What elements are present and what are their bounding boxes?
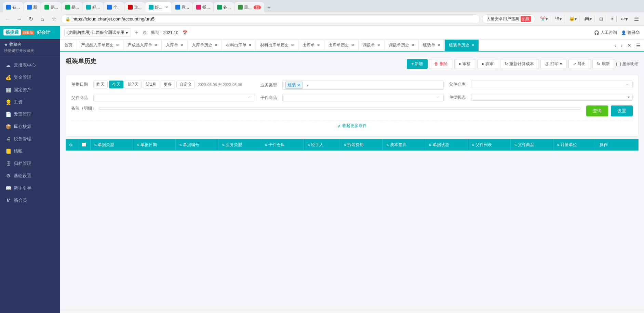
browser-tab-9[interactable]: 腾... [172, 2, 192, 12]
page-tab-inbound-history-close[interactable]: ✕ [214, 43, 217, 47]
page-tab-assembly-close[interactable]: ✕ [437, 43, 440, 47]
tab-left-btn[interactable]: ‹ [613, 41, 618, 49]
select-all-checkbox[interactable] [82, 142, 86, 147]
parent-goods-dots[interactable]: ··· [248, 95, 252, 100]
page-tab-inbound[interactable]: 入库单 ✕ [162, 40, 188, 51]
business-type-dropdown[interactable]: ▾ [304, 82, 311, 89]
page-tab-material-out-history-close[interactable]: ✕ [291, 43, 294, 47]
today-btn[interactable]: 今天 [109, 81, 123, 88]
page-tab-transfer-history[interactable]: 调拨单历史 ✕ [385, 40, 419, 51]
support-button[interactable]: 🎧 人工咨询 [594, 30, 617, 35]
undo-btn[interactable]: ↩▾ [619, 14, 629, 24]
page-tab-home[interactable]: 首页 [60, 40, 77, 51]
page-tab-assembly-history-close[interactable]: ✕ [471, 43, 474, 47]
table-settings-th[interactable]: ⚙ [66, 139, 78, 151]
address-bar[interactable]: 🔒 https://cloud.chanjet.com/accounting/u… [61, 14, 480, 24]
sidebar-item-settings[interactable]: ⚙ 基础设置 [0, 170, 60, 182]
game-btn[interactable]: 🎮▾ [582, 16, 594, 22]
page-tab-outbound-history[interactable]: 出库单历史 ✕ [324, 40, 359, 51]
page-tab-transfer-close[interactable]: ✕ [377, 43, 380, 47]
emoji-btn[interactable]: 🐱▾ [567, 16, 579, 22]
1month-btn[interactable]: 近1月 [143, 81, 160, 88]
more-btn[interactable]: 更多 [161, 81, 175, 88]
child-goods-input[interactable]: ··· [282, 94, 444, 101]
display-detail-checkbox[interactable]: 显示明细 [616, 61, 639, 67]
page-tab-inbound-close[interactable]: ✕ [180, 43, 183, 47]
child-goods-dots[interactable]: ··· [437, 95, 441, 100]
page-tab-assembly-history[interactable]: 组装单历史 ✕ [445, 40, 479, 51]
add-company-btn[interactable]: + [135, 30, 138, 36]
business-type-tag-remove[interactable]: ✕ [297, 83, 300, 88]
parent-warehouse-dots[interactable]: ··· [626, 82, 630, 87]
th-business-type[interactable]: ⇅ 业务类型 [218, 139, 261, 151]
translate-btn[interactable]: 译▾ [553, 15, 564, 23]
th-bill-type[interactable]: ⇅ 单据类型 [90, 139, 133, 151]
browser-tab-8[interactable]: 好... ✕ [145, 2, 172, 12]
query-button[interactable]: 查询 [586, 105, 608, 116]
sidebar-item-assets[interactable]: 🏢 固定资产 [0, 84, 60, 96]
table-checkbox-th[interactable] [78, 139, 90, 151]
settings-btn-topbar[interactable]: ⚙ [143, 30, 147, 35]
sidebar-item-archive[interactable]: 🗄 归档管理 [0, 157, 60, 170]
new-button[interactable]: + 新增 [407, 59, 427, 69]
export-button[interactable]: ↗ 导出 [568, 59, 590, 69]
browser-tab-11[interactable]: 各... [214, 2, 234, 12]
tab-close-btn[interactable]: ✕ [625, 41, 633, 49]
sidebar-item-invoice[interactable]: 📄 发票管理 [0, 108, 60, 120]
browser-tab-6[interactable]: 个... [104, 2, 124, 12]
page-tab-transfer[interactable]: 调拨单 ✕ [359, 40, 385, 51]
th-parent-list[interactable]: ⇅ 父件列表 [468, 139, 511, 151]
abandon-button[interactable]: ● 弃审 [477, 59, 498, 69]
page-tab-assembly[interactable]: 组装单 ✕ [419, 40, 445, 51]
menu-btn[interactable]: ☰ [632, 14, 641, 24]
sidebar-item-inventory[interactable]: 📦 库存核算 [0, 120, 60, 133]
th-handler[interactable]: ⇅ 经手人 [304, 139, 340, 151]
home-button[interactable]: ⌂ [38, 14, 47, 24]
page-tab-material-out-history[interactable]: 材料出库单历史 ✕ [256, 40, 298, 51]
page-tab-inbound-history[interactable]: 入库单历史 ✕ [188, 40, 222, 51]
scissors-btn[interactable]: ✂️▾ [538, 16, 550, 22]
business-type-input[interactable]: 组装 ✕ ▾ [282, 81, 444, 90]
page-tab-finished-history-close[interactable]: ✕ [116, 43, 119, 47]
parent-warehouse-input[interactable]: ··· [471, 81, 633, 88]
page-tab-finished[interactable]: 产成品入库单 ✕ [123, 40, 162, 51]
setting-button[interactable]: 设置 [611, 105, 633, 116]
parent-goods-input[interactable]: ··· [93, 94, 255, 101]
reload-button[interactable]: ↻ [26, 14, 36, 24]
page-tab-material-out[interactable]: 材料出库单 ✕ [222, 40, 256, 51]
forward-button[interactable]: → [14, 14, 24, 24]
sidebar-item-payroll[interactable]: 👷 工资 [0, 96, 60, 108]
th-parent-goods[interactable]: ⇅ 父件商品 [510, 139, 553, 151]
company-selector[interactable]: (勿删勿禁用) 江西服宝测试专用 ▾ [64, 28, 131, 37]
tab-right-btn[interactable]: › [619, 41, 625, 49]
print-button[interactable]: 🖨 打印 ▾ [540, 59, 566, 69]
collapse-bar[interactable]: ∧ 收起更多条件 [71, 120, 633, 131]
audit-button[interactable]: ● 审核 [454, 59, 475, 69]
tab-close-8[interactable]: ✕ [165, 5, 168, 10]
calendar-icon[interactable]: 📅 [183, 30, 188, 35]
page-tab-material-out-close[interactable]: ✕ [249, 43, 252, 47]
back-button[interactable]: ← [3, 14, 12, 24]
th-cost-diff[interactable]: ⇅ 成本差异 [383, 139, 425, 151]
page-tab-transfer-history-close[interactable]: ✕ [411, 43, 414, 47]
table-settings-icon[interactable]: ⚙ [69, 143, 73, 147]
notes-input[interactable] [99, 108, 581, 110]
th-child-warehouse[interactable]: ⇅ 子件仓库 [261, 139, 304, 151]
th-unit[interactable]: ⇅ 计量单位 [553, 139, 596, 151]
recalculate-button[interactable]: ↻ 重新计算成本 [500, 59, 538, 69]
th-bill-no[interactable]: ⇅ 单据编号 [176, 139, 218, 151]
th-disassemble-fee[interactable]: ⇅ 拆装费用 [340, 139, 383, 151]
th-bill-date[interactable]: ⇅ 单据日期 [133, 139, 176, 151]
bookmark-button[interactable]: ☆ [49, 14, 59, 24]
browser-search[interactable]: 大量安卓用户逃离 热搜 [482, 14, 535, 24]
browser-tab-7[interactable]: 企... [124, 2, 145, 12]
sidebar-favorites[interactable]: ★ 收藏夹 快捷键打开收藏夹 [0, 39, 60, 56]
bottom-scroll[interactable] [60, 309, 644, 313]
page-tab-outbound-close[interactable]: ✕ [317, 43, 320, 47]
browser-tab-5[interactable]: 好... [83, 2, 103, 12]
new-tab-button[interactable]: + [265, 3, 273, 12]
grid-btn[interactable]: ⊞ [597, 16, 605, 22]
browser-tab-2[interactable]: 新 [24, 2, 41, 12]
page-tab-outbound[interactable]: 出库单 ✕ [298, 40, 324, 51]
sidebar-item-member[interactable]: V 畅会员 [0, 194, 60, 207]
